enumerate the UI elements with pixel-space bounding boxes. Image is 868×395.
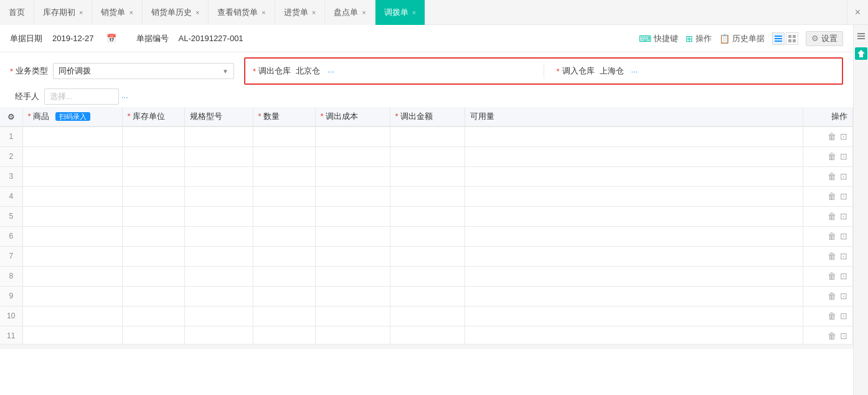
tab-view-sales[interactable]: 查看销货单 × [209, 0, 275, 25]
copy-icon[interactable]: ⊡ [840, 131, 847, 141]
quick-key-button[interactable]: ⌨ 快捷键 [639, 33, 678, 44]
svg-rect-4 [793, 35, 796, 38]
gear-settings-icon[interactable]: ⚙ [7, 112, 15, 121]
calendar-icon[interactable]: 📅 [106, 34, 116, 43]
copy-icon[interactable]: ⊡ [840, 171, 847, 181]
copy-icon[interactable]: ⊡ [840, 251, 847, 261]
date-value[interactable]: 2019-12-27 [52, 34, 94, 43]
required-star-qty: * [258, 112, 262, 121]
history-button[interactable]: 📋 历史单据 [719, 33, 765, 44]
table-row: 8🗑⊡ [0, 266, 853, 286]
table-row: 2🗑⊡ [0, 146, 853, 166]
settings-button[interactable]: ⚙ 设置 [806, 31, 843, 46]
svg-rect-5 [788, 39, 791, 42]
table-row: 4🗑⊡ [0, 186, 853, 206]
delete-icon[interactable]: 🗑 [828, 171, 836, 181]
warehouse-divider [544, 64, 544, 79]
toolbar-left: 单据日期 2019-12-27 📅 单据编号 AL-20191227-001 [10, 33, 243, 44]
form-row-2: 经手人 选择... ··· [10, 88, 843, 105]
tab-close-stocktake[interactable]: × [362, 9, 366, 16]
tab-stocktake[interactable]: 盘点单 × [325, 0, 375, 25]
operations-button[interactable]: ⊞ 操作 [686, 33, 712, 44]
table-row: 11🗑⊡ [0, 326, 853, 344]
delete-icon[interactable]: 🗑 [828, 251, 836, 261]
business-type-select[interactable]: 同价调拨 ▼ [53, 63, 234, 79]
required-star-amount: * [395, 112, 399, 121]
copy-icon[interactable]: ⊡ [840, 151, 847, 161]
tab-sales-order[interactable]: 销货单 × [92, 0, 142, 25]
delete-icon[interactable]: 🗑 [828, 311, 836, 321]
delete-icon[interactable]: 🗑 [828, 131, 836, 141]
tab-sales-history[interactable]: 销货单历史 × [143, 0, 209, 25]
data-table: ⚙ * 商品 扫码录入 * 库存单位 规格型号 * [0, 107, 853, 344]
th-qty: * 数量 [253, 107, 315, 126]
delete-icon[interactable]: 🗑 [828, 191, 836, 201]
required-star-product: * [28, 112, 31, 121]
tab-close-sales-history[interactable]: × [196, 9, 199, 16]
tab-close-inventory-init[interactable]: × [79, 9, 83, 16]
svg-rect-0 [775, 36, 782, 37]
tab-close-view-sales[interactable]: × [262, 9, 265, 16]
svg-rect-1 [775, 38, 782, 39]
warehouse-box: * 调出仓库 北京仓 ··· * 调入仓库 上海仓 ··· [244, 57, 843, 85]
form-area: * 业务类型 同价调拨 ▼ * 调出仓库 北京仓 ··· [0, 52, 853, 107]
svg-marker-10 [857, 50, 865, 57]
toolbar-right: ⌨ 快捷键 ⊞ 操作 📋 历史单据 ⚙ 设置 [639, 31, 843, 46]
svg-rect-7 [857, 33, 865, 34]
form-row-1: * 业务类型 同价调拨 ▼ * 调出仓库 北京仓 ··· [10, 57, 843, 85]
table-row: 10🗑⊡ [0, 306, 853, 326]
copy-icon[interactable]: ⊡ [840, 271, 847, 281]
tab-close-transfer[interactable]: × [412, 9, 416, 16]
copy-icon[interactable]: ⊡ [840, 191, 847, 201]
business-type-label: 业务类型 [16, 65, 48, 77]
th-gear[interactable]: ⚙ [0, 107, 22, 126]
delete-icon[interactable]: 🗑 [828, 151, 836, 161]
svg-rect-9 [857, 38, 865, 39]
delete-icon[interactable]: 🗑 [828, 291, 836, 301]
required-star-business: * [10, 67, 13, 76]
delete-icon[interactable]: 🗑 [828, 331, 836, 341]
horizontal-scrollbar[interactable] [0, 344, 853, 349]
sidebar-export-button[interactable] [855, 47, 867, 60]
tab-close-sales-order[interactable]: × [129, 9, 133, 16]
copy-icon[interactable]: ⊡ [840, 211, 847, 221]
layout-compact-button[interactable] [772, 32, 785, 45]
table-header-row: ⚙ * 商品 扫码录入 * 库存单位 规格型号 * [0, 107, 853, 126]
th-cost: * 调出成本 [315, 107, 390, 126]
dropdown-arrow-business: ▼ [222, 68, 229, 75]
toolbar: 单据日期 2019-12-27 📅 单据编号 AL-20191227-001 ⌨… [0, 25, 853, 52]
required-star-unit: * [128, 112, 131, 121]
list-icon [857, 32, 866, 40]
in-warehouse-value[interactable]: 上海仓 [600, 65, 624, 77]
layout-expand-button[interactable] [786, 32, 798, 45]
svg-rect-2 [775, 40, 782, 42]
out-warehouse-more[interactable]: ··· [328, 67, 334, 76]
layout-expand-icon [788, 34, 796, 43]
out-warehouse-value[interactable]: 北京仓 [296, 65, 320, 77]
tab-inventory-init[interactable]: 库存期初 × [34, 0, 92, 25]
delete-icon[interactable]: 🗑 [828, 271, 836, 281]
copy-icon[interactable]: ⊡ [840, 291, 847, 301]
table-row: 1🗑⊡ [0, 126, 853, 146]
out-warehouse-label: 调出仓库 [258, 65, 291, 77]
operator-label: 经手人 [15, 91, 39, 102]
in-warehouse-more[interactable]: ··· [631, 67, 638, 76]
tab-transfer[interactable]: 调拨单 × [375, 0, 425, 25]
delete-icon[interactable]: 🗑 [828, 211, 836, 221]
copy-icon[interactable]: ⊡ [840, 231, 847, 241]
right-sidebar [853, 25, 868, 395]
tab-purchase[interactable]: 进货单 × [275, 0, 325, 25]
required-star-in: * [557, 67, 560, 76]
copy-icon[interactable]: ⊡ [840, 331, 847, 341]
sidebar-list-button[interactable] [855, 30, 867, 42]
tab-home[interactable]: 首页 [0, 0, 34, 25]
tab-close-purchase[interactable]: × [312, 9, 316, 16]
copy-icon[interactable]: ⊡ [840, 311, 847, 321]
window-close-button[interactable]: × [847, 0, 868, 25]
operator-more[interactable]: ··· [121, 92, 128, 102]
operator-select[interactable]: 选择... [44, 88, 119, 105]
delete-icon[interactable]: 🗑 [828, 231, 836, 241]
table-row: 3🗑⊡ [0, 166, 853, 186]
scan-button[interactable]: 扫码录入 [55, 112, 90, 121]
history-icon: 📋 [719, 34, 730, 44]
